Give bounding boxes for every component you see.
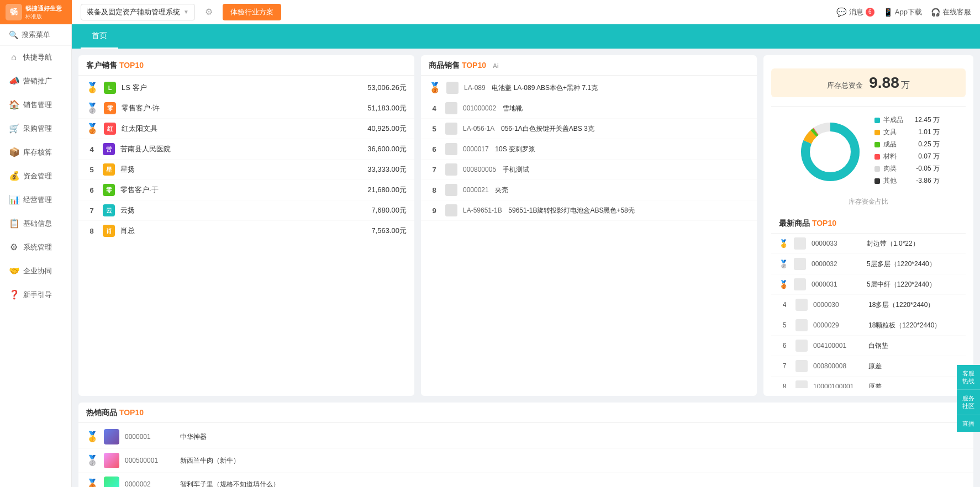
medal-icon: 🥈 bbox=[86, 454, 98, 467]
app-download-btn[interactable]: 📱 App下载 bbox=[883, 7, 922, 17]
cart-icon: 🛒 bbox=[9, 123, 19, 134]
rank-badge-7: 云 bbox=[103, 204, 115, 216]
sidebar: 🔍 搜索菜单 ⌂ 快捷导航 📣 营销推广 🏠 销售管理 🛒 采购管理 📦 库存核… bbox=[0, 24, 72, 487]
table-row: 7 云 云扬 7,680.00元 bbox=[78, 200, 414, 221]
rank-badge-6: 零 bbox=[103, 184, 115, 196]
product-icon bbox=[795, 380, 808, 388]
legend-item-stationery: 文具 1.01 万 bbox=[874, 128, 940, 137]
product-icon bbox=[795, 360, 808, 372]
table-row: 9 LA-59651-1B 59651-1B旋转投影灯电池盒ABS黑色+58壳 bbox=[421, 200, 757, 221]
system-selector[interactable]: 装备及固定资产辅助管理系统 ▼ bbox=[81, 4, 195, 20]
bottom-area: 热销商品 TOP10 🥇 0000001 中华神器 🥈 000500001 新西… bbox=[72, 403, 980, 487]
money-icon: 💰 bbox=[9, 171, 19, 181]
list-item: 6 004100001 白钢垫 bbox=[771, 336, 966, 356]
rank-num-7: 7 bbox=[86, 207, 97, 215]
product-sales-panel: 商品销售 TOP10 Ai 🥉 LA-089 电池盖 LA-089 ABS本色+… bbox=[421, 55, 757, 396]
online-service-btn[interactable]: 🎧 在线客服 bbox=[931, 7, 971, 17]
medal-icon: 🥉 bbox=[779, 280, 788, 289]
handshake-icon: 🤝 bbox=[9, 266, 19, 276]
table-row: 5 LA-056-1A 056-1A白色按键开关盖ABS 3克 bbox=[421, 119, 757, 139]
table-row: 6 零 零售客户·于 21,680.00元 bbox=[78, 180, 414, 200]
product-icon bbox=[795, 299, 808, 311]
medal-icon: 🥈 bbox=[86, 102, 98, 114]
live-broadcast-btn[interactable]: 直播 bbox=[957, 415, 980, 432]
top-header: 装备及固定资产辅助管理系统 ▼ ⚙ 体验行业方案 💬 消息 6 📱 App下载 … bbox=[0, 0, 980, 24]
table-row: 6 0000017 10S 变刺罗浆 bbox=[421, 139, 757, 160]
list-item: 🥇 0000033 封边带（1.0*22） bbox=[771, 234, 966, 254]
product-thumb bbox=[445, 204, 457, 216]
sidebar-item-quick-nav[interactable]: ⌂ 快捷导航 bbox=[0, 46, 71, 69]
logo-icon: 畅 bbox=[6, 4, 22, 20]
product-thumb bbox=[446, 82, 459, 94]
trial-button[interactable]: 体验行业方案 bbox=[223, 4, 281, 20]
list-item: 4 0000030 18多层（1220*2440） bbox=[771, 295, 966, 315]
clipboard-icon: 📋 bbox=[9, 218, 19, 229]
customer-service-btn[interactable]: 客服热线 bbox=[957, 365, 980, 390]
settings-btn[interactable]: ⚙ bbox=[201, 4, 217, 20]
chart-icon: 📊 bbox=[9, 194, 19, 205]
table-row: 🥉 LA-089 电池盖 LA-089 ABS本色+黑种 7.1克 bbox=[421, 78, 757, 98]
product-img-1 bbox=[104, 429, 119, 444]
table-row: 5 星 星扬 33,333.00元 bbox=[78, 160, 414, 180]
rank-badge-5: 星 bbox=[103, 163, 115, 176]
house-icon: 🏠 bbox=[9, 99, 19, 110]
sidebar-item-sales[interactable]: 🏠 销售管理 bbox=[0, 93, 71, 117]
sidebar-item-corp-collab[interactable]: 🤝 企业协同 bbox=[0, 259, 71, 283]
product-thumb bbox=[445, 163, 457, 176]
product-rank-list: 🥉 LA-089 电池盖 LA-089 ABS本色+黑种 7.1克 4 0010… bbox=[421, 76, 757, 223]
legend-item-meat: 肉类 -0.05 万 bbox=[874, 164, 940, 173]
logo-area: 畅 畅捷通好生意 标准版 bbox=[0, 0, 72, 24]
sidebar-item-purchase[interactable]: 🛒 采购管理 bbox=[0, 117, 71, 140]
product-thumb bbox=[445, 143, 457, 155]
list-item: 7 000800008 原差 bbox=[771, 356, 966, 377]
rank-num-6: 6 bbox=[86, 186, 97, 194]
sidebar-item-marketing[interactable]: 📣 营销推广 bbox=[0, 69, 71, 93]
inventory-legend: 半成品 12.45 万 文具 1.01 万 成品 0.25 万 bbox=[874, 115, 940, 188]
list-item: 🥈 000500001 新西兰牛肉（新牛） bbox=[78, 449, 973, 473]
product-thumb bbox=[445, 102, 457, 114]
megaphone-icon: 📣 bbox=[9, 76, 19, 86]
sidebar-item-base-info[interactable]: 📋 基础信息 bbox=[0, 211, 71, 235]
service-community-btn[interactable]: 服务社区 bbox=[957, 390, 980, 415]
home-icon: ⌂ bbox=[9, 52, 19, 62]
product-thumb bbox=[445, 184, 457, 196]
legend-item-material: 材料 0.07 万 bbox=[874, 152, 940, 161]
new-products-title: 最新商品 TOP10 bbox=[771, 213, 966, 234]
medal-icon: 🥉 bbox=[429, 82, 441, 94]
medal-icon: 🥇 bbox=[779, 239, 788, 248]
sidebar-item-inventory[interactable]: 📦 库存核算 bbox=[0, 140, 71, 164]
hot-products-list: 🥇 0000001 中华神器 🥈 000500001 新西兰牛肉（新牛） 🥉 0… bbox=[78, 423, 973, 487]
chevron-down-icon: ▼ bbox=[183, 9, 189, 15]
tab-home[interactable]: 首页 bbox=[81, 24, 118, 49]
question-icon: ❓ bbox=[9, 289, 19, 300]
new-products-section: 最新商品 TOP10 🥇 0000033 封边带（1.0*22） 🥈 00000… bbox=[771, 213, 966, 388]
rank-num-5: 5 bbox=[86, 166, 97, 174]
legend-item-finished: 成品 0.25 万 bbox=[874, 140, 940, 149]
sidebar-item-search-menu[interactable]: 🔍 搜索菜单 bbox=[0, 24, 71, 46]
medal-icon: 🥉 bbox=[86, 123, 98, 135]
hot-products-panel: 热销商品 TOP10 🥇 0000001 中华神器 🥈 000500001 新西… bbox=[78, 403, 973, 487]
inventory-donut-chart bbox=[797, 119, 863, 185]
product-img-2 bbox=[104, 453, 119, 468]
sidebar-item-sys-mgmt[interactable]: ⚙ 系统管理 bbox=[0, 235, 71, 259]
sidebar-item-operations[interactable]: 📊 经营管理 bbox=[0, 188, 71, 211]
search-icon: 🔍 bbox=[9, 30, 18, 39]
medal-icon: 🥇 bbox=[86, 431, 98, 443]
table-row: 🥈 零 零售客户·许 51,183.00元 bbox=[78, 98, 414, 119]
legend-item-semifinished: 半成品 12.45 万 bbox=[874, 115, 940, 125]
list-item: 🥈 0000032 5层多层（1220*2440） bbox=[771, 254, 966, 274]
list-item: 5 0000029 18颗粒板（1220*2440） bbox=[771, 315, 966, 336]
message-btn[interactable]: 💬 消息 6 bbox=[836, 7, 874, 17]
rank-num-8: 8 bbox=[86, 227, 97, 235]
sidebar-item-finance[interactable]: 💰 资金管理 bbox=[0, 164, 71, 188]
logo-text: 畅捷通好生意 标准版 bbox=[25, 4, 62, 19]
customer-rank-list: 🥇 L LS 客户 53,006.26元 🥈 零 零售客户·许 51,183.0… bbox=[78, 76, 414, 244]
customer-top10-panel: 客户销售 TOP10 🥇 L LS 客户 53,006.26元 🥈 零 零售客户… bbox=[78, 55, 414, 396]
table-row: 🥇 L LS 客户 53,006.26元 bbox=[78, 78, 414, 98]
sidebar-item-new-guide[interactable]: ❓ 新手引导 bbox=[0, 283, 71, 306]
product-img-3 bbox=[104, 477, 119, 487]
medal-icon: 🥇 bbox=[86, 82, 98, 94]
table-row: 4 苦 苦南县人民医院 36,600.00元 bbox=[78, 139, 414, 160]
product-icon bbox=[794, 278, 806, 290]
product-sales-title: 商品销售 TOP10 Ai bbox=[421, 55, 757, 76]
